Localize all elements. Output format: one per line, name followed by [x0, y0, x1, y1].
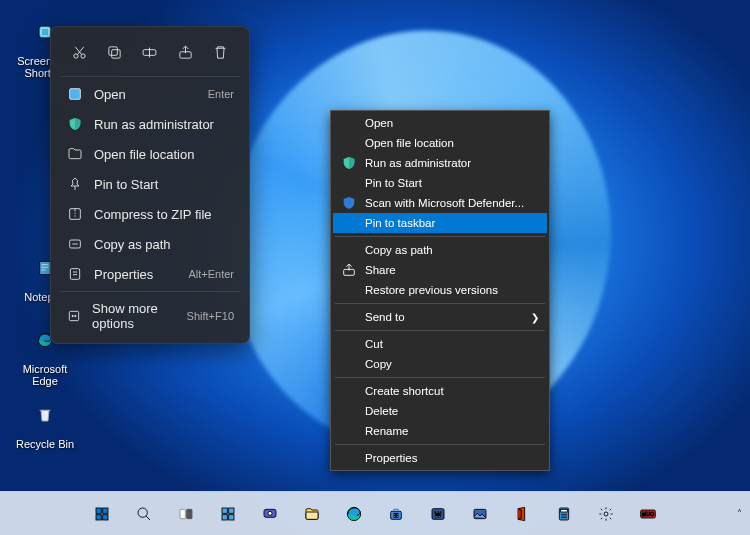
svg-point-16	[75, 315, 76, 316]
store-icon[interactable]	[378, 496, 414, 532]
photos-icon[interactable]	[462, 496, 498, 532]
legacy-menu-item-copy-as-path[interactable]: Copy as path	[333, 240, 547, 260]
legacy-menu-item-label: Restore previous versions	[365, 284, 498, 296]
legacy-menu-item-label: Cut	[365, 338, 383, 350]
svg-rect-26	[229, 508, 234, 513]
muo-icon[interactable]: MUO	[630, 496, 666, 532]
office-icon[interactable]	[504, 496, 540, 532]
menu-item-compress-to-zip-file[interactable]: Compress to ZIP file	[56, 199, 244, 229]
menu-separator	[335, 377, 545, 378]
rename-icon[interactable]	[136, 38, 164, 66]
zip-icon	[66, 206, 84, 222]
legacy-menu-item-label: Create shortcut	[365, 385, 444, 397]
svg-rect-10	[70, 89, 81, 100]
svg-rect-20	[96, 514, 101, 519]
menu-item-run-as-administrator[interactable]: Run as administrator	[56, 109, 244, 139]
menu-item-open[interactable]: OpenEnter	[56, 79, 244, 109]
legacy-menu-item-rename[interactable]: Rename	[333, 421, 547, 441]
search-icon[interactable]	[126, 496, 162, 532]
svg-rect-27	[222, 514, 227, 519]
menu-separator	[60, 76, 240, 77]
menu-item-open-file-location[interactable]: Open file location	[56, 139, 244, 169]
legacy-menu-item-scan-with-microsoft-defender-[interactable]: Scan with Microsoft Defender...	[333, 193, 547, 213]
share-icon[interactable]	[171, 38, 199, 66]
svg-rect-34	[394, 513, 396, 515]
svg-point-49	[604, 512, 608, 516]
legacy-menu-item-label: Delete	[365, 405, 398, 417]
shield-icon	[341, 155, 357, 171]
menu-item-shortcut: Enter	[208, 88, 234, 100]
svg-rect-23	[180, 509, 185, 518]
svg-text:W: W	[435, 509, 442, 518]
menu-separator	[335, 303, 545, 304]
cut-icon[interactable]	[66, 38, 94, 66]
svg-rect-42	[561, 509, 568, 512]
svg-rect-25	[222, 508, 227, 513]
legacy-menu-item-label: Open file location	[365, 137, 454, 149]
menu-separator	[335, 330, 545, 331]
legacy-menu-item-label: Pin to Start	[365, 177, 422, 189]
menu-item-label: Run as administrator	[94, 117, 214, 132]
word-icon[interactable]: W	[420, 496, 456, 532]
edge-taskbar-icon[interactable]	[336, 496, 372, 532]
recycle-bin-icon	[25, 395, 65, 435]
svg-rect-13	[70, 269, 79, 280]
desktop-icon-recycle-bin[interactable]: Recycle Bin	[10, 395, 80, 450]
svg-rect-7	[109, 46, 118, 55]
menu-item-copy-as-path[interactable]: Copy as path	[56, 229, 244, 259]
tray-chevron-icon[interactable]: ˄	[737, 508, 742, 519]
legacy-menu-item-pin-to-taskbar[interactable]: Pin to taskbar	[333, 213, 547, 233]
svg-point-15	[72, 315, 73, 316]
chat-icon[interactable]	[252, 496, 288, 532]
legacy-menu-item-open[interactable]: Open	[333, 113, 547, 133]
settings-icon[interactable]	[588, 496, 624, 532]
svg-rect-31	[306, 512, 318, 519]
menu-item-label: Copy as path	[94, 237, 171, 252]
legacy-menu-item-send-to[interactable]: Send to❯	[333, 307, 547, 327]
menu-separator	[335, 444, 545, 445]
svg-point-43	[561, 514, 562, 515]
share-icon	[341, 262, 357, 278]
svg-point-22	[138, 508, 147, 517]
svg-point-45	[565, 514, 566, 515]
path-icon	[66, 236, 84, 252]
defender-icon	[341, 195, 357, 211]
pin-icon	[66, 176, 84, 192]
legacy-menu-item-properties[interactable]: Properties	[333, 448, 547, 468]
widgets-icon[interactable]	[210, 496, 246, 532]
delete-icon[interactable]	[206, 38, 234, 66]
legacy-menu-item-run-as-administrator[interactable]: Run as administrator	[333, 153, 547, 173]
legacy-menu-item-cut[interactable]: Cut	[333, 334, 547, 354]
win11-context-menu: OpenEnterRun as administratorOpen file l…	[50, 26, 250, 344]
menu-item-show-more-options[interactable]: Show more optionsShift+F10	[56, 294, 244, 338]
menu-separator	[335, 236, 545, 237]
svg-rect-21	[103, 514, 108, 519]
legacy-menu-item-pin-to-start[interactable]: Pin to Start	[333, 173, 547, 193]
start-button[interactable]	[84, 496, 120, 532]
calc-icon[interactable]	[546, 496, 582, 532]
legacy-menu-item-delete[interactable]: Delete	[333, 401, 547, 421]
legacy-menu-item-create-shortcut[interactable]: Create shortcut	[333, 381, 547, 401]
menu-item-pin-to-start[interactable]: Pin to Start	[56, 169, 244, 199]
menu-item-properties[interactable]: PropertiesAlt+Enter	[56, 259, 244, 289]
svg-rect-37	[396, 515, 398, 517]
menu-item-label: Open	[94, 87, 126, 102]
legacy-menu-item-label: Scan with Microsoft Defender...	[365, 197, 524, 209]
file-explorer-icon[interactable]	[294, 496, 330, 532]
legacy-menu-item-label: Pin to taskbar	[365, 217, 435, 229]
open-icon	[66, 86, 84, 102]
context-menu-action-row	[56, 32, 244, 74]
legacy-menu-item-label: Share	[365, 264, 396, 276]
legacy-menu-item-restore-previous-versions[interactable]: Restore previous versions	[333, 280, 547, 300]
taskview-icon[interactable]	[168, 496, 204, 532]
legacy-menu-item-share[interactable]: Share	[333, 260, 547, 280]
svg-rect-2	[40, 261, 51, 274]
legacy-menu-item-open-file-location[interactable]: Open file location	[333, 133, 547, 153]
legacy-menu-item-copy[interactable]: Copy	[333, 354, 547, 374]
taskbar: W MUO ˄	[0, 491, 750, 535]
svg-rect-24	[187, 509, 192, 518]
properties-icon	[66, 266, 84, 282]
taskbar-system-tray[interactable]: ˄	[737, 508, 742, 519]
desktop-icon-label: Recycle Bin	[16, 438, 74, 450]
copy-icon[interactable]	[101, 38, 129, 66]
